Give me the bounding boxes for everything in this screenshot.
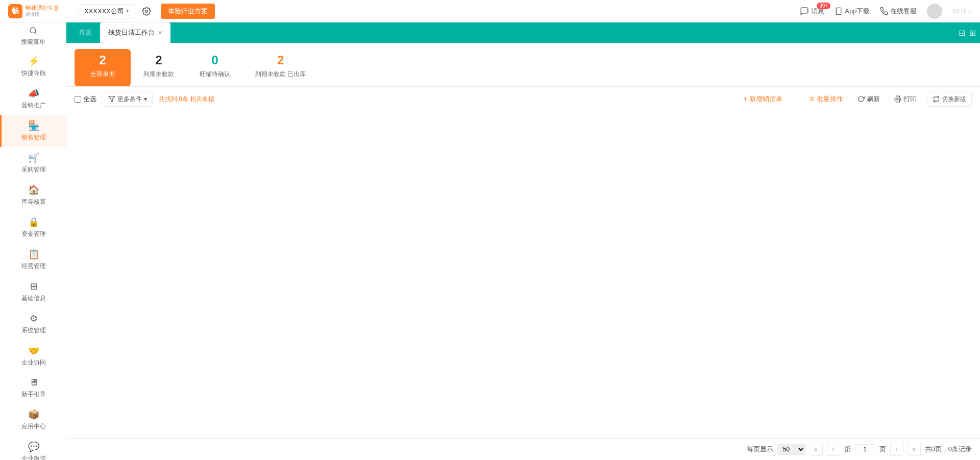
guide-icon: 🖥 [29,377,38,388]
refresh-button[interactable]: 刷新 [853,92,884,106]
sidebar-item-enterprise-wechat[interactable]: 💬 企业微信 [0,436,66,460]
message-button[interactable]: 消息 99+ [800,7,824,16]
sidebar-item-sales[interactable]: 🏪 销售管理 [0,115,66,147]
inventory-icon: 🏠 [28,184,39,196]
operation-icon: 📋 [28,249,39,260]
sidebar-item-label: 应用中心 [21,422,46,431]
per-page-select[interactable]: 50 100 200 [777,444,805,455]
marketing-icon: 📣 [28,88,39,99]
company-selector[interactable]: XXXXXX公司 ▾ [79,4,134,18]
print-button[interactable]: 打印 [890,92,921,106]
sidebar-item-label: 库存核算 [21,198,46,206]
tab-workbench[interactable]: 钱货日清工作台 ✕ [100,22,170,43]
svg-rect-1 [837,8,841,14]
sidebar: 搜索菜单 ⚡ 快捷导航 📣 营销推广 🏪 销售管理 🛒 采购管理 🏠 库存核算 … [0,22,66,460]
last-page-button[interactable]: » [908,443,921,456]
svg-marker-5 [109,96,115,102]
logo-sub: 标准版 [26,11,59,18]
print-label: 打印 [903,94,917,104]
system-icon: ⚙ [30,313,38,324]
toolbar-right: + 新增销货单 批量操作 [740,92,972,107]
tab-home[interactable]: 首页 [70,22,100,43]
sidebar-item-marketing[interactable]: 📣 营销推广 [0,83,66,115]
main-content: 首页 钱货日清工作台 ✕ ⊟ ⊞ 2 全部单据 2 到期未收款 [66,22,980,460]
online-service-button[interactable]: 在线客服 [880,7,917,16]
sidebar-item-app-center[interactable]: 📦 应用中心 [0,404,66,436]
filter-icon [108,95,115,103]
table-area [66,112,980,438]
sidebar-item-label: 营销推广 [21,101,46,110]
sidebar-item-label: 快捷导航 [21,69,46,78]
online-service-label: 在线客服 [890,7,917,16]
sidebar-item-quick-nav[interactable]: ⚡ 快捷导航 [0,51,66,83]
toolbar: 全选 更多条件 ▾ 共找到 0条 相关单据 + 新增销货单 [66,87,980,112]
app-download-button[interactable]: App下载 [835,7,870,16]
tab-bar: 首页 钱货日清工作台 ✕ ⊟ ⊞ [66,22,980,43]
sidebar-search[interactable]: 搜索菜单 [0,22,66,51]
first-page-button[interactable]: « [810,443,823,456]
tab-workbench-label: 钱货日清工作台 [108,28,155,37]
pagination-bar: 每页显示 50 100 200 « ‹ 第 页 › » 共0页，0条记录 [66,438,980,460]
total-label: 共0页，0条记录 [925,445,972,454]
sidebar-item-label: 新手引导 [21,390,46,399]
sales-icon: 🏪 [28,120,39,131]
avatar[interactable] [927,4,942,19]
top-header: 畅 畅捷通好生意 标准版 XXXXXX公司 ▾ 体验行业方案 消息 99+ [0,0,980,22]
wechat-icon: 💬 [28,441,39,452]
select-all-checkbox[interactable]: 全选 [75,94,96,104]
stat-card-overdue-uncollected[interactable]: 2 到期未收款 [131,49,187,86]
stat-card-wangpu-pending[interactable]: 0 旺铺待确认 [187,49,243,86]
add-sales-order-label: + 新增销货单 [744,94,782,104]
experience-button[interactable]: 体验行业方案 [161,4,215,19]
per-page-label: 每页显示 [747,445,773,454]
add-sales-order-button[interactable]: + 新增销货单 [740,92,787,106]
tab-maximize-icon[interactable]: ⊞ [969,28,976,38]
prev-page-button[interactable]: ‹ [827,443,840,456]
svg-point-0 [145,10,148,12]
batch-icon [807,95,815,103]
chevron-down-icon: ▾ [126,8,129,14]
select-all-label: 全选 [83,94,96,104]
settings-button[interactable] [138,3,155,19]
sidebar-item-purchase[interactable]: 🛒 采购管理 [0,147,66,179]
logo-icon: 畅 [8,4,22,18]
logo-text: 畅捷通好生意 [26,4,59,11]
select-all-input[interactable] [75,96,81,103]
refresh-label: 刷新 [867,94,880,104]
sidebar-item-capital[interactable]: 🔒 资金管理 [0,211,66,244]
content-area: 2 全部单据 2 到期未收款 0 旺铺待确认 2 到期未收款 已出库 [66,43,980,460]
header-right: 消息 99+ App下载 在线客服 OfTEn [800,4,972,19]
sidebar-item-label: 基础信息 [21,294,46,303]
filter-button[interactable]: 更多条件 ▾ [103,92,153,107]
page-input[interactable] [855,444,875,454]
sidebar-item-guide[interactable]: 🖥 新手引导 [0,372,66,404]
sidebar-item-label: 资金管理 [21,230,46,238]
layout: 搜索菜单 ⚡ 快捷导航 📣 营销推广 🏪 销售管理 🛒 采购管理 🏠 库存核算 … [0,22,980,460]
stat-card-all[interactable]: 2 全部单据 [75,49,131,86]
next-page-button[interactable]: › [890,443,903,456]
tab-minimize-icon[interactable]: ⊟ [959,28,965,38]
purchase-icon: 🛒 [28,152,39,163]
batch-operation-button[interactable]: 批量操作 [803,92,847,106]
chevron-down-icon: ▾ [144,95,147,103]
sidebar-item-system[interactable]: ⚙ 系统管理 [0,308,66,340]
tab-close-icon[interactable]: ✕ [158,30,162,36]
batch-label: 批量操作 [817,94,843,104]
filter-label: 更多条件 [117,95,142,104]
search-icon [29,27,37,36]
svg-point-3 [30,28,36,33]
stat-card-overdue-shipped[interactable]: 2 到期未收款 已出库 [243,49,318,86]
sidebar-search-label: 搜索菜单 [21,38,45,46]
sidebar-item-label: 经营管理 [21,262,46,271]
capital-icon: 🔒 [28,216,39,228]
sidebar-item-inventory[interactable]: 🏠 库存核算 [0,179,66,211]
switch-version-button[interactable]: 切换新版 [927,92,972,107]
page-suffix: 页 [879,445,886,454]
sidebar-item-basic-info[interactable]: ⊞ 基础信息 [0,276,66,308]
sidebar-item-cooperation[interactable]: 🤝 企业协同 [0,340,66,372]
switch-version-label: 切换新版 [942,95,966,104]
divider [795,95,795,103]
tab-bar-actions: ⊟ ⊞ [959,28,976,38]
sidebar-item-label: 销售管理 [21,133,46,142]
sidebar-item-operation[interactable]: 📋 经营管理 [0,244,66,276]
